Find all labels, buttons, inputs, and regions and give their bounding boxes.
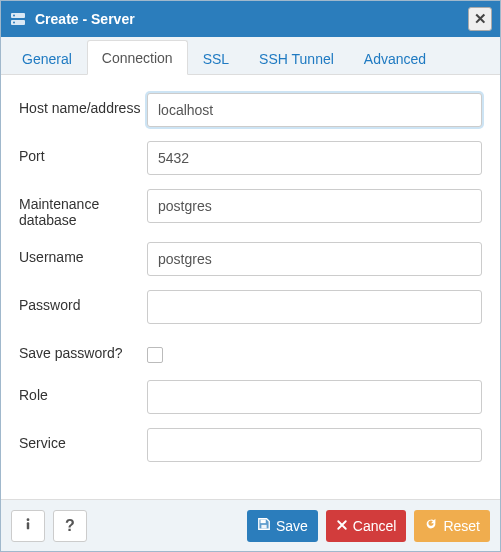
help-button[interactable]: ? <box>53 510 87 542</box>
label-maintenance-db: Maintenance database <box>19 189 147 228</box>
password-input[interactable] <box>147 290 482 324</box>
label-password: Password <box>19 290 147 313</box>
close-button[interactable]: ✕ <box>468 7 492 31</box>
save-icon <box>257 517 271 534</box>
row-host: Host name/address <box>19 93 482 127</box>
row-role: Role <box>19 380 482 414</box>
server-icon <box>9 10 27 28</box>
row-save-password: Save password? <box>19 338 482 366</box>
cancel-button[interactable]: Cancel <box>326 510 407 542</box>
dialog-title: Create - Server <box>35 11 460 27</box>
save-button[interactable]: Save <box>247 510 318 542</box>
titlebar: Create - Server ✕ <box>1 1 500 37</box>
row-maintenance-db: Maintenance database <box>19 189 482 228</box>
cancel-label: Cancel <box>353 518 397 534</box>
tab-advanced[interactable]: Advanced <box>349 41 441 75</box>
cancel-icon <box>336 518 348 534</box>
service-input[interactable] <box>147 428 482 462</box>
close-icon: ✕ <box>474 10 487 28</box>
username-input[interactable] <box>147 242 482 276</box>
help-icon: ? <box>65 517 75 535</box>
save-label: Save <box>276 518 308 534</box>
footer: ? Save Cancel Reset <box>1 499 500 551</box>
row-username: Username <box>19 242 482 276</box>
label-port: Port <box>19 141 147 164</box>
port-input[interactable] <box>147 141 482 175</box>
svg-rect-5 <box>27 522 29 529</box>
svg-point-4 <box>27 518 30 521</box>
reset-label: Reset <box>443 518 480 534</box>
row-service: Service <box>19 428 482 462</box>
label-username: Username <box>19 242 147 265</box>
tab-ssl[interactable]: SSL <box>188 41 244 75</box>
info-icon <box>21 517 35 535</box>
tab-general[interactable]: General <box>7 41 87 75</box>
reset-icon <box>424 517 438 534</box>
label-service: Service <box>19 428 147 451</box>
svg-point-3 <box>13 22 15 24</box>
tab-bar: General Connection SSL SSH Tunnel Advanc… <box>1 37 500 75</box>
svg-rect-7 <box>261 525 266 529</box>
row-password: Password <box>19 290 482 324</box>
save-password-checkbox[interactable] <box>147 347 163 363</box>
reset-button[interactable]: Reset <box>414 510 490 542</box>
maintenance-db-input[interactable] <box>147 189 482 223</box>
row-port: Port <box>19 141 482 175</box>
label-save-password: Save password? <box>19 338 147 361</box>
svg-point-2 <box>13 15 15 17</box>
tab-connection[interactable]: Connection <box>87 40 188 75</box>
svg-rect-6 <box>260 520 265 524</box>
form-body: Host name/address Port Maintenance datab… <box>1 75 500 499</box>
dialog-window: Create - Server ✕ General Connection SSL… <box>0 0 501 552</box>
tab-ssh-tunnel[interactable]: SSH Tunnel <box>244 41 349 75</box>
label-role: Role <box>19 380 147 403</box>
label-host: Host name/address <box>19 93 147 116</box>
host-input[interactable] <box>147 93 482 127</box>
role-input[interactable] <box>147 380 482 414</box>
info-button[interactable] <box>11 510 45 542</box>
